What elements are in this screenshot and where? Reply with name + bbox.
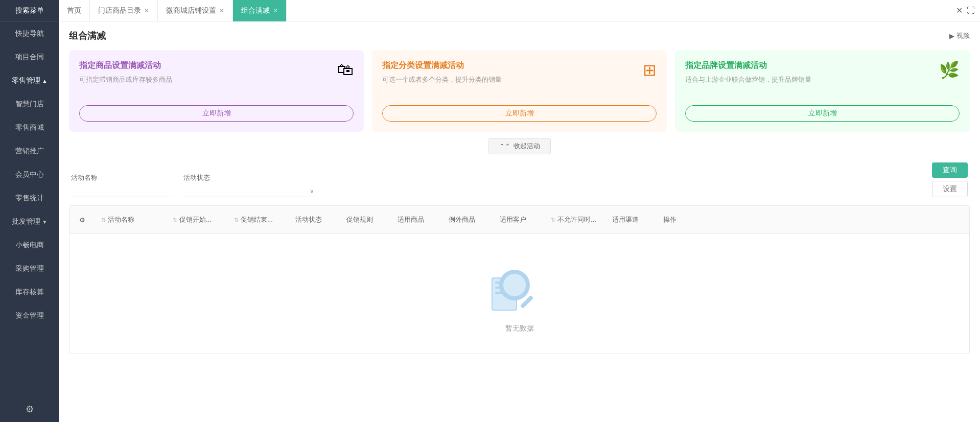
setting-button[interactable]: 设置 xyxy=(932,181,968,197)
tab-combo-discount-close[interactable]: ✕ xyxy=(273,7,278,14)
video-label: 视频 xyxy=(956,31,970,40)
th-customer: 适用客户 xyxy=(494,211,545,228)
expand-window-button[interactable]: ⛶ xyxy=(967,6,975,15)
card-category-desc: 可选一个或者多个分类，提升分类的销量 xyxy=(382,75,657,97)
tab-bar: 首页 门店商品目录 ✕ 微商城店铺设置 ✕ 组合满减 ✕ ✕ ⛶ xyxy=(59,0,980,21)
th-rule: 促销规则 xyxy=(340,211,391,228)
play-icon: ▶ xyxy=(949,32,954,40)
search-name-input[interactable] xyxy=(71,184,173,197)
chevron-up-icon: ▲ xyxy=(42,78,48,84)
collapse-label: 收起活动 xyxy=(514,142,540,151)
activity-card-product: 指定商品设置满减活动 🛍 可指定滞销商品或库存较多商品 立即新增 xyxy=(69,50,364,132)
card-product-desc: 可指定滞销商品或库存较多商品 xyxy=(79,75,354,97)
page-header: 组合满减 ▶ 视频 xyxy=(69,30,970,42)
collapse-button[interactable]: ⌃⌃ 收起活动 xyxy=(488,138,551,154)
sidebar-item-member-center[interactable]: 会员中心 xyxy=(0,163,59,186)
sidebar-search[interactable]: 搜索菜单 xyxy=(0,0,59,22)
sidebar: 搜索菜单 快捷导航 项目合同 零售管理 ▲ 智慧门店 零售商城 营销推广 会员中… xyxy=(0,0,59,422)
tab-combo-discount-label: 组合满减 xyxy=(241,6,270,15)
sidebar-item-marketing[interactable]: 营销推广 xyxy=(0,139,59,163)
card-brand-icon: 🌿 xyxy=(939,60,960,80)
sidebar-item-quick-nav[interactable]: 快捷导航 xyxy=(0,22,59,45)
sidebar-settings-button[interactable]: ⚙ xyxy=(0,396,59,422)
search-status-input[interactable] xyxy=(183,184,316,197)
empty-illustration xyxy=(489,265,550,316)
magnifier-body xyxy=(499,270,530,300)
th-noallow[interactable]: ⇅ 不允许同时... xyxy=(545,211,606,228)
th-status: 活动状态 xyxy=(289,211,340,228)
search-btn-group: 查询 设置 xyxy=(932,162,968,197)
sidebar-item-project-contract[interactable]: 项目合同 xyxy=(0,45,59,69)
th-except-label: 例外商品 xyxy=(449,215,475,224)
search-status-select-wrapper: ∨ xyxy=(183,184,316,197)
th-name-sort-icon: ⇅ xyxy=(101,217,106,223)
sidebar-item-label: 批发管理 xyxy=(12,217,40,226)
sidebar-item-purchase-mgmt[interactable]: 采购管理 xyxy=(0,257,59,280)
tab-controls: ✕ ⛶ xyxy=(956,6,980,15)
card-product-btn[interactable]: 立即新增 xyxy=(79,105,354,122)
card-product-title: 指定商品设置满减活动 xyxy=(79,60,354,71)
tab-home[interactable]: 首页 xyxy=(59,0,90,21)
sidebar-item-inventory[interactable]: 库存核算 xyxy=(0,280,59,304)
card-product-icon: 🛍 xyxy=(337,60,354,79)
sidebar-item-label: 快捷导航 xyxy=(15,29,44,38)
th-gear[interactable]: ⚙ xyxy=(69,212,95,228)
sidebar-item-label: 智慧门店 xyxy=(15,100,44,109)
activity-cards: 指定商品设置满减活动 🛍 可指定滞销商品或库存较多商品 立即新增 指定分类设置满… xyxy=(69,50,970,132)
table-header: ⚙ ⇅ 活动名称 ⇅ 促销开始... ⇅ 促销结束... 活动状态 xyxy=(69,206,969,234)
video-link[interactable]: ▶ 视频 xyxy=(949,31,970,40)
data-table: ⚙ ⇅ 活动名称 ⇅ 促销开始... ⇅ 促销结束... 活动状态 xyxy=(69,205,970,354)
sidebar-item-retail-stats[interactable]: 零售统计 xyxy=(0,186,59,210)
sidebar-item-label: 小畅电商 xyxy=(15,241,44,250)
tab-wechat-settings-close[interactable]: ✕ xyxy=(219,7,224,14)
search-status-field: 活动状态 ∨ xyxy=(183,173,316,197)
sidebar-item-retail-mgmt[interactable]: 零售管理 ▲ xyxy=(0,69,59,92)
tab-wechat-settings[interactable]: 微商城店铺设置 ✕ xyxy=(158,0,233,21)
th-start-sort-icon: ⇅ xyxy=(173,217,177,223)
th-end[interactable]: ⇅ 促销结束... xyxy=(228,211,289,228)
tab-store-catalog[interactable]: 门店商品目录 ✕ xyxy=(90,0,158,21)
search-bar: 活动名称 活动状态 ∨ 查询 设置 xyxy=(69,162,970,197)
th-goods: 适用商品 xyxy=(391,211,442,228)
search-name-label: 活动名称 xyxy=(71,173,173,182)
card-brand-desc: 适合与上游企业联合做营销，提升品牌销量 xyxy=(685,75,960,97)
tab-wechat-settings-label: 微商城店铺设置 xyxy=(166,6,216,15)
sidebar-item-xiaochange[interactable]: 小畅电商 xyxy=(0,233,59,257)
empty-text: 暂无数据 xyxy=(505,324,534,333)
query-button[interactable]: 查询 xyxy=(932,162,968,178)
sidebar-item-label: 零售管理 xyxy=(12,76,40,85)
card-category-btn[interactable]: 立即新增 xyxy=(382,105,657,122)
tab-combo-discount[interactable]: 组合满减 ✕ xyxy=(233,0,287,21)
chevron-down-icon: ▼ xyxy=(42,219,48,225)
sidebar-item-label: 采购管理 xyxy=(15,264,44,273)
sidebar-item-wholesale-mgmt[interactable]: 批发管理 ▼ xyxy=(0,210,59,233)
th-action-label: 操作 xyxy=(663,215,676,224)
empty-state: 暂无数据 xyxy=(69,234,969,354)
sidebar-item-label: 零售商城 xyxy=(15,123,44,132)
th-noallow-label: 不允许同时... xyxy=(557,215,596,224)
th-end-sort-icon: ⇅ xyxy=(234,217,239,223)
sidebar-item-finance-mgmt[interactable]: 资金管理 xyxy=(0,304,59,327)
sidebar-item-label: 库存核算 xyxy=(15,288,44,297)
search-status-label: 活动状态 xyxy=(183,173,316,182)
sidebar-item-label: 资金管理 xyxy=(15,311,44,320)
th-rule-label: 促销规则 xyxy=(346,215,373,224)
sidebar-item-label: 会员中心 xyxy=(15,170,44,179)
th-name[interactable]: ⇅ 活动名称 xyxy=(95,211,167,228)
close-window-button[interactable]: ✕ xyxy=(956,6,963,15)
tab-home-label: 首页 xyxy=(67,6,81,15)
th-customer-label: 适用客户 xyxy=(500,215,526,224)
th-action: 操作 xyxy=(657,211,969,228)
th-start[interactable]: ⇅ 促销开始... xyxy=(167,211,228,228)
activity-card-category: 指定分类设置满减活动 ⊞ 可选一个或者多个分类，提升分类的销量 立即新增 xyxy=(372,50,667,132)
sidebar-item-smart-store[interactable]: 智慧门店 xyxy=(0,92,59,116)
th-channel-label: 适用渠道 xyxy=(612,215,639,224)
page-content: 组合满减 ▶ 视频 指定商品设置满减活动 🛍 可指定滞销商品或库存较多商品 立即… xyxy=(59,21,980,422)
activity-card-brand: 指定品牌设置满减活动 🌿 适合与上游企业联合做营销，提升品牌销量 立即新增 xyxy=(675,50,970,132)
tab-store-catalog-close[interactable]: ✕ xyxy=(144,7,149,14)
th-status-label: 活动状态 xyxy=(295,215,322,224)
th-goods-label: 适用商品 xyxy=(398,215,424,224)
th-except: 例外商品 xyxy=(442,211,494,228)
card-brand-btn[interactable]: 立即新增 xyxy=(685,105,960,122)
sidebar-item-retail-mall[interactable]: 零售商城 xyxy=(0,116,59,139)
